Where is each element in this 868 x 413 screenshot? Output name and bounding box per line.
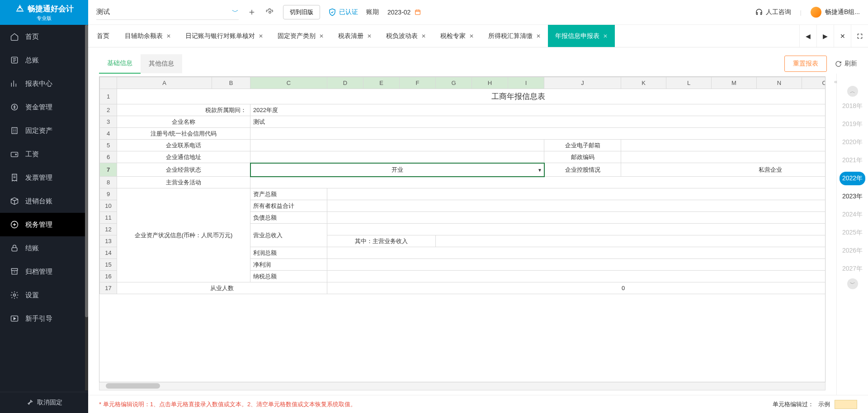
corner-cell[interactable] — [100, 77, 117, 89]
tab-annual-report[interactable]: 年报信息申报表✕ — [548, 25, 615, 47]
cell[interactable] — [327, 224, 826, 235]
nav-fixed-assets[interactable]: 固定资产 — [0, 119, 88, 142]
col-header[interactable]: D — [327, 77, 363, 89]
cell[interactable]: 负债总额 — [250, 212, 327, 224]
row-header[interactable]: 12 — [100, 224, 117, 235]
row-header[interactable]: 10 — [100, 200, 117, 212]
year-down[interactable]: ﹀ — [847, 278, 858, 289]
row-header[interactable]: 3 — [100, 116, 117, 128]
settings-button[interactable] — [265, 7, 275, 17]
row-header[interactable]: 13 — [100, 235, 117, 247]
subtab-basic[interactable]: 基础信息 — [99, 54, 141, 74]
horizontal-scrollbar[interactable] — [99, 382, 826, 390]
cell[interactable] — [436, 235, 826, 247]
nav-reports[interactable]: 报表中心 — [0, 72, 88, 95]
col-header[interactable]: J — [544, 77, 621, 89]
tabs-close-all[interactable]: ✕ — [834, 25, 851, 47]
switch-old-button[interactable]: 切到旧版 — [283, 5, 320, 19]
year-item[interactable]: 2021年 — [837, 152, 868, 169]
col-header[interactable]: L — [666, 77, 712, 89]
cell[interactable]: 邮政编码 — [544, 151, 621, 163]
support-button[interactable]: 人工咨询 — [755, 8, 791, 16]
cell[interactable] — [327, 212, 826, 224]
close-icon[interactable]: ✕ — [469, 33, 474, 39]
year-item[interactable]: 2024年 — [837, 206, 868, 223]
col-header[interactable]: E — [363, 77, 400, 89]
cell[interactable]: 主营业务活动 — [117, 177, 250, 188]
tab-tax-register[interactable]: 税表清册✕ — [331, 25, 379, 47]
add-button[interactable] — [247, 7, 257, 17]
col-header[interactable]: F — [400, 77, 436, 89]
cell[interactable] — [250, 151, 544, 163]
row-header[interactable]: 11 — [100, 212, 117, 224]
cell[interactable]: 税款所属期间： — [117, 104, 250, 116]
tab-journal-bank[interactable]: 日记账与银行对账单核对✕ — [178, 25, 270, 47]
col-header[interactable]: N — [757, 77, 802, 89]
row-header[interactable]: 17 — [100, 282, 117, 294]
year-item[interactable]: 2020年 — [837, 134, 868, 151]
tab-fixed-asset-cat[interactable]: 固定资产类别✕ — [270, 25, 331, 47]
cell[interactable]: 企业控股情况 — [544, 163, 621, 177]
cell[interactable] — [327, 247, 826, 259]
close-icon[interactable]: ✕ — [259, 33, 263, 39]
cell[interactable] — [621, 151, 826, 163]
row-header[interactable]: 14 — [100, 247, 117, 259]
spreadsheet[interactable]: A B C D E F G H I J K L M — [99, 76, 826, 382]
nav-home[interactable]: 首页 — [0, 25, 88, 48]
nav-tax[interactable]: 税务管理 — [0, 213, 88, 236]
row-header[interactable]: 4 — [100, 128, 117, 140]
row-header[interactable]: 15 — [100, 259, 117, 271]
row-header[interactable]: 2 — [100, 104, 117, 116]
cell[interactable]: 所有者权益合计 — [250, 200, 327, 212]
reset-report-button[interactable]: 重置报表 — [784, 56, 827, 72]
row-header[interactable]: 5 — [100, 140, 117, 151]
nav-inventory[interactable]: 进销台账 — [0, 189, 88, 213]
tab-tax-expert[interactable]: 税检专家✕ — [433, 25, 481, 47]
year-item[interactable]: 2025年 — [837, 224, 868, 241]
close-icon[interactable]: ✕ — [319, 33, 324, 39]
cell[interactable]: 企业联系电话 — [117, 140, 250, 151]
close-icon[interactable]: ✕ — [166, 33, 171, 39]
nav-ledger[interactable]: 总账 — [0, 48, 88, 72]
row-header[interactable]: 6 — [100, 151, 117, 163]
tab-tax-fluct[interactable]: 税负波动表✕ — [379, 25, 433, 47]
tabs-next[interactable]: ▶ — [816, 25, 834, 47]
close-icon[interactable]: ✕ — [367, 33, 372, 39]
close-icon[interactable]: ✕ — [421, 33, 426, 39]
fullscreen-button[interactable] — [851, 25, 868, 47]
cell[interactable]: 从业人数 — [117, 282, 327, 294]
cell[interactable] — [621, 140, 826, 151]
row-header[interactable]: 9 — [100, 188, 117, 200]
nav-closing[interactable]: 结账 — [0, 236, 88, 260]
cell[interactable]: 营业总收入 — [250, 224, 327, 247]
active-cell-dropdown[interactable]: 开业▼ — [250, 163, 544, 177]
tab-income-tax[interactable]: 所得税汇算清缴✕ — [481, 25, 548, 47]
cell[interactable]: 其中：主营业务收入 — [327, 235, 436, 247]
cell[interactable]: 纳税总额 — [250, 271, 327, 282]
sidebar-scrollbar[interactable] — [85, 25, 88, 390]
year-up[interactable]: ︿ — [847, 86, 858, 97]
close-icon[interactable]: ✕ — [536, 33, 541, 39]
company-select[interactable]: 测试 ﹀ — [96, 5, 239, 20]
cell[interactable]: 企业名称 — [117, 116, 250, 128]
col-header[interactable]: B — [212, 77, 250, 89]
nav-archive[interactable]: 归档管理 — [0, 260, 88, 283]
cell[interactable] — [327, 188, 826, 200]
cell[interactable] — [250, 128, 826, 140]
cell[interactable]: 企业资产状况信息(币种：人民币万元) — [117, 188, 250, 282]
year-item[interactable]: 2018年 — [837, 98, 868, 115]
col-header[interactable]: C — [250, 77, 327, 89]
row-header[interactable]: 7 — [100, 163, 117, 177]
col-header[interactable]: G — [436, 77, 472, 89]
cell[interactable] — [250, 140, 544, 151]
nav-funds[interactable]: 资金管理 — [0, 95, 88, 119]
col-header[interactable]: H — [472, 77, 508, 89]
year-item[interactable]: 2023年 — [837, 188, 868, 205]
cell[interactable]: 企业通信地址 — [117, 151, 250, 163]
tab-aux-balance[interactable]: 目辅助余额表✕ — [118, 25, 178, 47]
close-icon[interactable]: ✕ — [603, 33, 608, 39]
tabs-prev[interactable]: ◀ — [799, 25, 816, 47]
year-item[interactable]: 2019年 — [837, 116, 868, 133]
cell[interactable] — [327, 259, 826, 271]
cell[interactable]: 净利润 — [250, 259, 327, 271]
